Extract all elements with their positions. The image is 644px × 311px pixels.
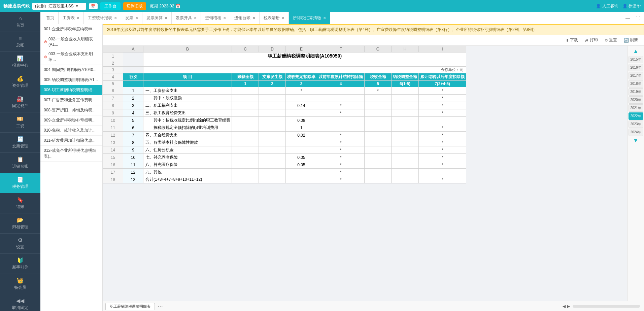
sidebar-item-label: 结账 [16, 204, 24, 210]
data-cell [365, 176, 392, 183]
year-btn-2015[interactable]: 2015年 [629, 56, 643, 63]
tab-maximize-button[interactable]: ⛶ [634, 15, 642, 22]
year-btn-2016[interactable]: 2016年 [629, 64, 643, 71]
sidebar-item-ledger[interactable]: ≡ 总账 [0, 32, 40, 52]
sidebar-item-settings[interactable]: ⚙ 设置 [0, 234, 40, 254]
data-cell [259, 169, 286, 176]
tab-minimize-button[interactable]: — [623, 15, 632, 22]
left-panel-item-010[interactable]: 010-免税、减计收入及加计... [40, 126, 102, 136]
item-label: 006-职工薪酬纳税调整明细... [44, 87, 96, 93]
sheet-more-icon[interactable]: ⋯ [158, 303, 163, 309]
sheet-tab-button[interactable]: 职工薪酬纳税调整明细表 [105, 303, 155, 310]
tab-close-purchase-verify[interactable]: ✕ [223, 16, 226, 20]
work-bench-button[interactable]: 工作台 [100, 2, 121, 10]
left-panel-item-011[interactable]: 011-研发费用加计扣除优惠... [40, 136, 102, 146]
label-cell: 一、工资薪金支出 [143, 87, 232, 95]
user-avatar[interactable]: 👤 徐淀华 [622, 3, 641, 9]
col-header-seq: 行次 [123, 73, 143, 81]
data-cell [392, 154, 419, 161]
horizontal-scrollbar[interactable] [573, 305, 640, 308]
tab-close-purchase-ledger[interactable]: ✕ [252, 16, 255, 20]
reset-button[interactable]: ↺ 重置 [603, 36, 619, 44]
tab-close-payroll-stats[interactable]: ✕ [114, 16, 117, 20]
sidebar-item-asset-mgmt[interactable]: 💰 资金管理 [0, 72, 40, 92]
seq-cell: 10 [123, 154, 143, 161]
left-panel-item-005[interactable]: 005-纳税调整项目明细表(A1... [40, 75, 102, 85]
left-panel-item-009[interactable]: 009-企业所得税弥补亏损明... [40, 115, 102, 126]
print-button[interactable]: 🖨 打印 [583, 36, 600, 44]
label-cell: 八、补充医疗保险 [143, 161, 232, 169]
tab-purchase-verify[interactable]: 进销稽核 ✕ [201, 12, 230, 24]
download-button[interactable]: ⬇ 下载 [564, 36, 580, 44]
data-cell [317, 124, 365, 132]
year-btn-2017[interactable]: 2017年 [629, 72, 643, 79]
tab-close-income-tax[interactable]: ✕ [323, 16, 326, 20]
switch-old-button[interactable]: 切到旧版 [123, 2, 146, 10]
data-cell: * [419, 87, 466, 95]
table-row: 5 1 2 3 4 5 6(1-5) 7(2+4-5) [103, 81, 466, 87]
year-btn-2018[interactable]: 2018年 [629, 80, 643, 88]
sidebar-item-cancel-fixed[interactable]: ◀◀ 取消固定 [0, 294, 40, 311]
year-scroll-down-button[interactable]: ▼ [629, 137, 643, 145]
tab-invoice-open[interactable]: 发票开具 ✕ [172, 12, 201, 24]
tab-payroll-stats[interactable]: 工资统计报表 ✕ [84, 12, 121, 24]
row-number: 11 [103, 124, 123, 132]
year-btn-2021[interactable]: 2021年 [629, 104, 643, 112]
tab-income-tax[interactable]: 所得税汇算清缴 ✕ [289, 12, 330, 24]
sidebar-item-home[interactable]: ⌂ 首页 [0, 12, 40, 32]
calendar-icon-btn[interactable]: 📅 [89, 3, 98, 9]
year-btn-2022[interactable]: 2022年 [629, 112, 643, 120]
company-selector[interactable]: (勿删）江西股宝-LSS ▼ [32, 3, 86, 10]
tab-close-invoice-open[interactable]: ✕ [194, 16, 197, 20]
left-panel-item-007[interactable]: 007-广告费和业务宣传费明... [40, 95, 102, 105]
year-btn-2019[interactable]: 2019年 [629, 88, 643, 96]
sidebar-item-archive[interactable]: 📂 归档管理 [0, 213, 40, 234]
col-header-rownum [103, 46, 123, 53]
tab-close-invoice[interactable]: ✕ [135, 16, 138, 20]
refresh-button[interactable]: 🔄 刷新 [622, 36, 640, 44]
sidebar-item-settlement[interactable]: 🔖 结账 [0, 193, 40, 213]
service-link[interactable]: 👤 人工客询 [596, 3, 618, 9]
sidebar-item-report[interactable]: 📊 报表中心 [0, 52, 40, 72]
unit-label: 金额单位：元 [143, 67, 466, 73]
sidebar-item-tax-mgmt[interactable]: 📑 税务管理 [0, 173, 40, 193]
tab-close-tax-clearance[interactable]: ✕ [282, 16, 284, 20]
table-title: 职工薪酬纳税调整明细表(A105050) [143, 53, 466, 60]
sidebar-item-label: 畅会员 [14, 285, 26, 290]
year-btn-2023[interactable]: 2023年 [629, 120, 643, 128]
left-panel-item-006[interactable]: 006-职工薪酬纳税调整明细... [40, 85, 102, 95]
left-panel-item-004[interactable]: 004-期间费用明细表(A1040... [40, 65, 102, 75]
sidebar-item-guide[interactable]: 🔰 新手引导 [0, 254, 40, 274]
data-cell [365, 124, 392, 132]
left-panel-item-003[interactable]: ⊗ 003-一般企业成本支出明细... [40, 49, 102, 65]
sidebar-item-fixed-asset[interactable]: 🏭 固定资产 [0, 92, 40, 112]
spreadsheet[interactable]: A B C D E F G H I [103, 46, 627, 301]
tab-invoice[interactable]: 发票 ✕ [121, 12, 142, 24]
left-panel-item-008[interactable]: 008-资产折旧、摊销及纳税... [40, 105, 102, 115]
data-cell [317, 117, 365, 124]
tab-tax-clearance[interactable]: 税表清册 ✕ [260, 12, 289, 24]
tab-close-payroll[interactable]: ✕ [77, 16, 79, 20]
sidebar-item-invoice-mgmt[interactable]: 🧾 发票管理 [0, 133, 40, 153]
seq-cell: 5 [123, 117, 143, 124]
col-header-5: 税收全额 [365, 73, 392, 81]
year-btn-2020[interactable]: 2020年 [629, 96, 643, 104]
tab-home[interactable]: 首页 [42, 12, 59, 24]
tab-purchase-ledger[interactable]: 进销台账 ✕ [230, 12, 260, 24]
year-scroll-up-button[interactable]: ▲ [629, 47, 643, 55]
sidebar-item-member[interactable]: 👑 畅会员 [0, 274, 40, 294]
tab-close-invoice-calc[interactable]: ✕ [165, 16, 167, 20]
left-panel-item-002[interactable]: ⊗ 002-一般企业收入明细表(A1... [40, 34, 102, 49]
year-btn-2024[interactable]: 2024年 [629, 129, 643, 136]
data-cell [259, 102, 286, 109]
data-cell [286, 109, 317, 117]
tab-payroll[interactable]: 工资表 ✕ [59, 12, 84, 24]
sidebar-item-sales-ledger[interactable]: 📋 进销台账 [0, 153, 40, 173]
sidebar-item-payroll[interactable]: 💴 工资 [0, 112, 40, 133]
data-cell: 0.08 [286, 117, 317, 124]
scroll-left-icon[interactable]: ◀ [563, 304, 566, 309]
left-panel-item-001[interactable]: 001-企业所得税年度纳税申... [40, 24, 102, 34]
scroll-right-icon[interactable]: ▶ [567, 304, 570, 309]
tab-invoice-calc[interactable]: 发票测算 ✕ [142, 12, 172, 24]
left-panel-item-012[interactable]: 012-减免企业所得税优惠明细表(... [40, 146, 102, 162]
